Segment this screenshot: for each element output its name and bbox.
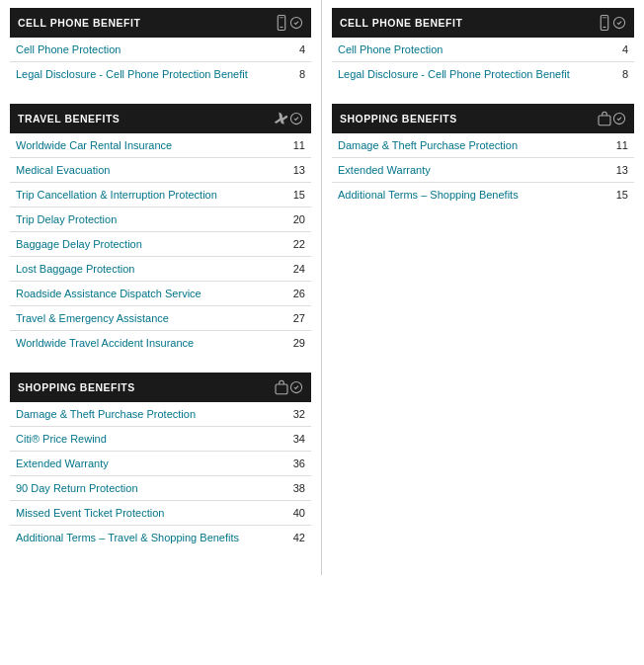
table-row[interactable]: Extended Warranty36 xyxy=(10,452,311,476)
page-number: 24 xyxy=(283,257,311,282)
table-row[interactable]: Additional Terms – Shopping Benefits15 xyxy=(332,183,634,208)
section-header-cell-phone-right: CELL PHONE BENEFIT xyxy=(332,8,634,38)
table-row[interactable]: Damage & Theft Purchase Protection32 xyxy=(10,402,311,427)
page-container: CELL PHONE BENEFIT Cell Phone Protection… xyxy=(0,0,644,575)
page-number: 36 xyxy=(283,452,311,476)
page-number: 27 xyxy=(283,306,311,331)
item-label: Extended Warranty xyxy=(332,158,606,183)
page-number: 11 xyxy=(283,133,311,158)
section-title: SHOPPING BENEFITS xyxy=(18,381,135,393)
item-label: Missed Event Ticket Protection xyxy=(10,501,283,526)
item-label: Legal Disclosure - Cell Phone Protection… xyxy=(332,62,606,87)
page-number: 34 xyxy=(283,427,311,452)
item-label: 90 Day Return Protection xyxy=(10,476,283,501)
page-number: 4 xyxy=(606,38,634,62)
plane-icon xyxy=(273,110,303,127)
item-label: Cell Phone Protection xyxy=(10,38,283,62)
bag-icon xyxy=(273,378,303,396)
section-table: Damage & Theft Purchase Protection32Citi… xyxy=(10,402,311,549)
table-row[interactable]: Medical Evacuation13 xyxy=(10,158,311,183)
section-cell-phone-left: CELL PHONE BENEFIT Cell Phone Protection… xyxy=(10,8,311,86)
item-label: Damage & Theft Purchase Protection xyxy=(10,402,283,427)
table-row[interactable]: Legal Disclosure - Cell Phone Protection… xyxy=(332,62,634,87)
svg-rect-11 xyxy=(599,116,610,125)
item-label: Citi® Price Rewind xyxy=(10,427,283,452)
table-row[interactable]: Worldwide Car Rental Insurance11 xyxy=(10,133,311,158)
phone-icon xyxy=(273,14,303,32)
bag-icon xyxy=(596,110,626,127)
table-row[interactable]: Travel & Emergency Assistance27 xyxy=(10,306,311,331)
section-title: CELL PHONE BENEFIT xyxy=(340,17,462,29)
item-label: Baggage Delay Protection xyxy=(10,232,283,257)
item-label: Additional Terms – Shopping Benefits xyxy=(332,183,606,208)
item-label: Damage & Theft Purchase Protection xyxy=(332,133,606,158)
page-number: 8 xyxy=(606,62,634,87)
item-label: Medical Evacuation xyxy=(10,158,283,183)
section-header-cell-phone-left: CELL PHONE BENEFIT xyxy=(10,8,311,38)
page-number: 22 xyxy=(283,232,311,257)
page-number: 11 xyxy=(606,133,634,158)
section-header-shopping-right: SHOPPING BENEFITS xyxy=(332,104,634,133)
table-row[interactable]: Damage & Theft Purchase Protection11 xyxy=(332,133,634,158)
section-header-travel-left: TRAVEL BENEFITS xyxy=(10,104,311,133)
section-travel-left: TRAVEL BENEFITS Worldwide Car Rental Ins… xyxy=(10,104,311,355)
table-row[interactable]: Extended Warranty13 xyxy=(332,158,634,183)
section-table: Cell Phone Protection4Legal Disclosure -… xyxy=(10,38,311,86)
section-header-shopping-left: SHOPPING BENEFITS xyxy=(10,373,311,402)
page-number: 4 xyxy=(283,38,311,62)
section-table: Damage & Theft Purchase Protection11Exte… xyxy=(332,133,634,207)
item-label: Extended Warranty xyxy=(10,452,283,476)
right-column: CELL PHONE BENEFIT Cell Phone Protection… xyxy=(322,0,644,575)
phone-icon xyxy=(596,14,626,32)
section-title: CELL PHONE BENEFIT xyxy=(18,17,140,29)
page-number: 13 xyxy=(283,158,311,183)
page-number: 38 xyxy=(283,476,311,501)
table-row[interactable]: Trip Delay Protection20 xyxy=(10,208,311,232)
page-number: 15 xyxy=(606,183,634,208)
page-number: 29 xyxy=(283,331,311,356)
table-row[interactable]: Baggage Delay Protection22 xyxy=(10,232,311,257)
page-number: 8 xyxy=(283,62,311,87)
page-number: 42 xyxy=(283,526,311,550)
page-number: 26 xyxy=(283,282,311,306)
section-table: Worldwide Car Rental Insurance11Medical … xyxy=(10,133,311,355)
section-title: SHOPPING BENEFITS xyxy=(340,113,457,125)
table-row[interactable]: Additional Terms – Travel & Shopping Ben… xyxy=(10,526,311,550)
table-row[interactable]: Roadside Assistance Dispatch Service26 xyxy=(10,282,311,306)
page-number: 13 xyxy=(606,158,634,183)
item-label: Additional Terms – Travel & Shopping Ben… xyxy=(10,526,283,550)
table-row[interactable]: Cell Phone Protection4 xyxy=(10,38,311,62)
page-number: 20 xyxy=(283,208,311,232)
section-shopping-left: SHOPPING BENEFITS Damage & Theft Purchas… xyxy=(10,373,311,549)
section-title: TRAVEL BENEFITS xyxy=(18,113,120,125)
item-label: Roadside Assistance Dispatch Service xyxy=(10,282,283,306)
table-row[interactable]: Cell Phone Protection4 xyxy=(332,38,634,62)
item-label: Travel & Emergency Assistance xyxy=(10,306,283,331)
section-cell-phone-right: CELL PHONE BENEFIT Cell Phone Protection… xyxy=(332,8,634,86)
item-label: Trip Cancellation & Interruption Protect… xyxy=(10,183,283,208)
section-table: Cell Phone Protection4Legal Disclosure -… xyxy=(332,38,634,86)
page-number: 40 xyxy=(283,501,311,526)
table-row[interactable]: 90 Day Return Protection38 xyxy=(10,476,311,501)
table-row[interactable]: Trip Cancellation & Interruption Protect… xyxy=(10,183,311,208)
page-number: 15 xyxy=(283,183,311,208)
page-number: 32 xyxy=(283,402,311,427)
table-row[interactable]: Worldwide Travel Accident Insurance29 xyxy=(10,331,311,356)
svg-rect-5 xyxy=(276,384,287,394)
table-row[interactable]: Missed Event Ticket Protection40 xyxy=(10,501,311,526)
item-label: Worldwide Car Rental Insurance xyxy=(10,133,283,158)
item-label: Cell Phone Protection xyxy=(332,38,606,62)
section-shopping-right: SHOPPING BENEFITS Damage & Theft Purchas… xyxy=(332,104,634,207)
item-label: Legal Disclosure - Cell Phone Protection… xyxy=(10,62,283,87)
table-row[interactable]: Citi® Price Rewind34 xyxy=(10,427,311,452)
item-label: Trip Delay Protection xyxy=(10,208,283,232)
table-row[interactable]: Lost Baggage Protection24 xyxy=(10,257,311,282)
item-label: Lost Baggage Protection xyxy=(10,257,283,282)
left-column: CELL PHONE BENEFIT Cell Phone Protection… xyxy=(0,0,322,575)
item-label: Worldwide Travel Accident Insurance xyxy=(10,331,283,356)
table-row[interactable]: Legal Disclosure - Cell Phone Protection… xyxy=(10,62,311,87)
